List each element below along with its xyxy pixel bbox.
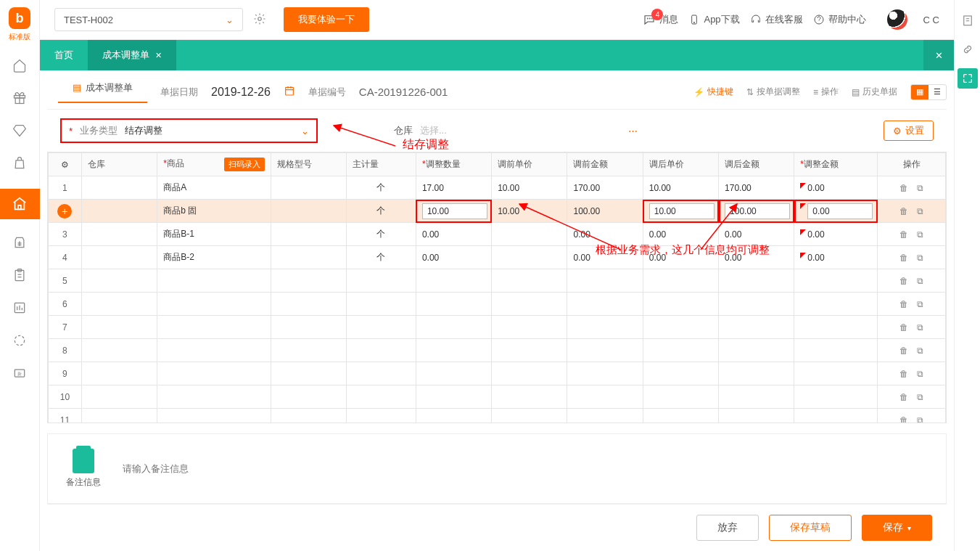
- more-icon[interactable]: ⋯: [628, 126, 638, 136]
- table-row[interactable]: 10🗑⧉: [49, 385, 946, 409]
- table-row[interactable]: 4商品B-2个0.000.000.000.000.00🗑⧉: [49, 246, 946, 269]
- money-icon[interactable]: [12, 235, 27, 252]
- history-link[interactable]: ▤历史单据: [852, 86, 897, 98]
- copy-icon[interactable]: ⧉: [917, 392, 923, 402]
- close-icon[interactable]: ✕: [155, 51, 162, 60]
- svg-point-9: [258, 17, 262, 20]
- settings-button[interactable]: ⚙设置: [884, 121, 934, 141]
- right-rail: [954, 0, 980, 551]
- svg-point-14: [694, 22, 695, 23]
- svg-rect-2: [18, 205, 21, 210]
- table-row[interactable]: 1商品A个17.0010.00170.0010.00170.000.00🗑⧉: [49, 176, 946, 200]
- warehouse-label: 仓库: [394, 124, 413, 137]
- table-row[interactable]: 8🗑⧉: [49, 339, 946, 362]
- copy-icon[interactable]: ⧉: [917, 415, 923, 424]
- footer: 放弃 保存草稿 保存▾: [47, 504, 947, 551]
- copy-icon[interactable]: ⧉: [917, 299, 923, 309]
- service-link[interactable]: 在线客服: [750, 13, 803, 26]
- discard-button[interactable]: 放弃: [696, 515, 759, 541]
- delete-icon[interactable]: 🗑: [899, 229, 908, 240]
- warehouse-select[interactable]: 选择...: [420, 124, 447, 137]
- bag-icon[interactable]: [12, 156, 27, 173]
- remarks-section: 备注信息: [47, 433, 947, 504]
- copy-icon[interactable]: ⧉: [917, 322, 923, 332]
- svg-line-17: [334, 126, 395, 146]
- copy-icon[interactable]: ⧉: [917, 183, 923, 193]
- copy-icon[interactable]: ⧉: [917, 229, 923, 240]
- scan-button[interactable]: 扫码录入: [224, 158, 265, 171]
- delete-icon[interactable]: 🗑: [899, 392, 908, 402]
- table-row[interactable]: 7🗑⧉: [49, 316, 946, 339]
- delete-icon[interactable]: 🗑: [899, 253, 908, 263]
- table-row[interactable]: 6🗑⧉: [49, 293, 946, 316]
- delete-icon[interactable]: 🗑: [899, 276, 908, 286]
- delete-icon[interactable]: 🗑: [899, 183, 908, 193]
- delete-icon[interactable]: 🗑: [899, 322, 908, 332]
- gear-column-icon[interactable]: ⚙: [49, 153, 82, 176]
- sidebar-left: b 标准版 新: [0, 0, 40, 551]
- gear-icon: ⚙: [893, 126, 902, 136]
- copy-icon[interactable]: ⧉: [917, 369, 923, 379]
- qty-input[interactable]: 10.00: [422, 203, 487, 219]
- gift-icon[interactable]: [12, 91, 27, 107]
- loading-icon[interactable]: [12, 333, 27, 350]
- avatar[interactable]: [887, 9, 907, 30]
- callout-2: 根据业务需求，这几个信息均可调整: [596, 243, 770, 257]
- tab-home[interactable]: 首页: [40, 40, 88, 70]
- table-row[interactable]: +商品b 固个10.0010.00100.0010.00100.000.00🗑⧉: [49, 200, 946, 223]
- home-icon[interactable]: [12, 58, 27, 75]
- app-download-link[interactable]: App下载: [688, 13, 739, 26]
- house-icon[interactable]: [0, 189, 40, 219]
- copy-icon[interactable]: ⧉: [917, 206, 923, 216]
- help-link[interactable]: 帮助中心: [813, 13, 866, 26]
- chevron-down-icon: ⌄: [301, 126, 309, 136]
- gear-icon[interactable]: [253, 12, 266, 28]
- table-row[interactable]: 9🗑⧉: [49, 362, 946, 385]
- save-button[interactable]: 保存▾: [862, 515, 932, 541]
- add-row-icon[interactable]: +: [57, 204, 72, 219]
- delete-icon[interactable]: 🗑: [899, 299, 908, 309]
- table-row[interactable]: 3商品B-1个0.000.000.000.000.00🗑⧉: [49, 223, 946, 246]
- by-order-link[interactable]: ⇅按单据调整: [746, 86, 800, 98]
- view-toggle[interactable]: ▦☰: [910, 84, 947, 100]
- diamond-icon[interactable]: [12, 123, 27, 140]
- chevron-down-icon: ⌄: [226, 15, 234, 25]
- remarks-label: 备注信息: [66, 476, 101, 489]
- ops-link[interactable]: ≡操作: [813, 86, 839, 98]
- clipboard-icon[interactable]: [12, 268, 27, 285]
- table-row[interactable]: 11🗑⧉: [49, 409, 946, 424]
- delete-icon[interactable]: 🗑: [899, 369, 908, 379]
- report-icon[interactable]: [12, 301, 27, 317]
- copy-icon[interactable]: ⧉: [917, 346, 923, 356]
- post-price-input[interactable]: 10.00: [649, 203, 715, 219]
- calendar-icon[interactable]: [284, 85, 295, 99]
- messages-link[interactable]: 4 消息: [643, 13, 678, 26]
- table-row[interactable]: 5🗑⧉: [49, 269, 946, 293]
- save-draft-button[interactable]: 保存草稿: [769, 515, 852, 541]
- post-amount-input[interactable]: 100.00: [725, 203, 790, 219]
- delete-icon[interactable]: 🗑: [899, 346, 908, 356]
- new-icon[interactable]: 新: [12, 366, 27, 383]
- note-icon[interactable]: [958, 10, 978, 30]
- topbar: TEST-H002 ⌄ 我要体验一下 4 消息 App下载 在线客服 帮助中心 …: [40, 0, 954, 40]
- copy-icon[interactable]: ⧉: [917, 253, 923, 263]
- org-select[interactable]: TEST-H002 ⌄: [54, 8, 243, 31]
- copy-icon[interactable]: ⧉: [917, 276, 923, 286]
- delete-icon[interactable]: 🗑: [899, 206, 908, 216]
- adj-amount-input[interactable]: 0.00: [807, 203, 873, 219]
- doc-tab[interactable]: ▤ 成本调整单: [58, 81, 147, 103]
- date-value[interactable]: 2019-12-26: [211, 86, 271, 99]
- remarks-input[interactable]: [123, 463, 928, 474]
- shortcut-link[interactable]: ⚡快捷键: [693, 86, 733, 98]
- link-icon[interactable]: [958, 39, 978, 60]
- experience-button[interactable]: 我要体验一下: [284, 7, 369, 32]
- org-name: TEST-H002: [64, 15, 113, 25]
- tabs-bar: 首页 成本调整单✕ ✕: [40, 40, 954, 70]
- close-all-icon[interactable]: ✕: [923, 40, 954, 70]
- tab-cost-adjust[interactable]: 成本调整单✕: [88, 40, 176, 70]
- delete-icon[interactable]: 🗑: [899, 415, 908, 424]
- svg-text:新: 新: [17, 371, 22, 376]
- data-table: 根据业务需求，这几个信息均可调整 ⚙ 仓库 *商品扫码录入 规格型号 主计量: [47, 152, 947, 423]
- business-type-select[interactable]: * 业务类型 结存调整 ⌄: [60, 118, 318, 143]
- expand-icon[interactable]: [958, 68, 978, 89]
